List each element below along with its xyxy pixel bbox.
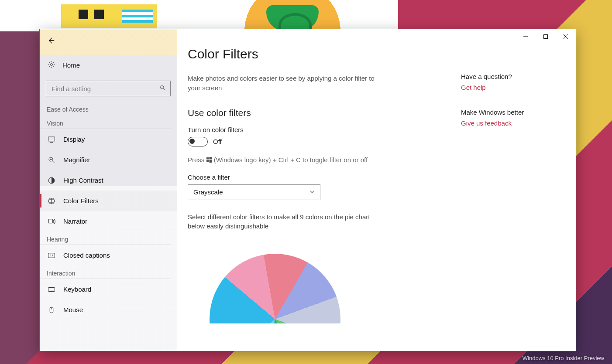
settings-window: Home Ease of Access Vision Display Magni…	[39, 29, 576, 351]
svg-rect-30	[206, 160, 209, 162]
give-feedback-link[interactable]: Give us feedback	[461, 119, 574, 127]
filter-select[interactable]: Grayscale	[188, 184, 320, 200]
svg-rect-29	[209, 157, 212, 160]
gear-icon	[48, 61, 55, 70]
svg-rect-19	[48, 253, 55, 258]
sidebar-item-label: High Contrast	[63, 177, 103, 184]
sidebar-item-keyboard[interactable]: Keyboard	[40, 279, 177, 299]
sidebar-item-closed-captions[interactable]: Closed captions	[40, 245, 177, 265]
pie-help-text: Select different color filters to make a…	[188, 212, 380, 231]
main-content: Color Filters Make photos and colors eas…	[177, 29, 576, 351]
filter-select-label: Choose a filter	[188, 173, 558, 181]
svg-rect-7	[48, 137, 55, 141]
sidebar-item-label: Color Filters	[63, 197, 99, 204]
chevron-down-icon	[309, 188, 315, 196]
sidebar-item-label: Keyboard	[63, 286, 91, 293]
filter-select-value: Grayscale	[193, 188, 223, 196]
windows-logo-icon	[206, 156, 212, 164]
high-contrast-icon	[48, 177, 55, 184]
sidebar-item-label: Mouse	[63, 306, 83, 313]
category-heading: Ease of Access	[40, 96, 177, 116]
search-icon	[159, 85, 166, 92]
search-input-wrapper[interactable]	[46, 81, 171, 96]
settings-sidebar: Home Ease of Access Vision Display Magni…	[40, 29, 177, 351]
back-button[interactable]	[42, 32, 60, 49]
svg-line-6	[163, 88, 165, 90]
svg-rect-18	[48, 219, 52, 223]
color-filters-icon	[48, 197, 55, 205]
group-vision-heading: Vision	[40, 116, 171, 129]
sidebar-item-mouse[interactable]: Mouse	[40, 299, 177, 320]
desktop-watermark: Windows 10 Pro Insider Preview	[523, 355, 604, 361]
keyboard-icon	[48, 286, 55, 293]
sidebar-item-narrator[interactable]: Narrator	[40, 211, 177, 231]
sidebar-item-color-filters[interactable]: Color Filters	[40, 191, 177, 211]
help-aside: Have a question? Get help Make Windows b…	[461, 73, 574, 144]
svg-rect-31	[209, 160, 212, 162]
sidebar-item-high-contrast[interactable]: High Contrast	[40, 170, 177, 191]
sidebar-item-label: Magnifier	[63, 156, 90, 163]
get-help-link[interactable]: Get help	[461, 84, 574, 91]
closed-captions-icon	[48, 252, 55, 259]
search-input[interactable]	[51, 85, 166, 93]
svg-point-4	[51, 63, 53, 65]
sidebar-item-home[interactable]: Home	[40, 55, 177, 75]
sidebar-item-display[interactable]: Display	[40, 129, 177, 150]
magnifier-icon	[48, 156, 55, 164]
narrator-icon	[48, 218, 55, 225]
page-description: Make photos and colors easier to see by …	[188, 74, 380, 93]
sidebar-item-label: Closed captions	[63, 252, 110, 259]
feedback-heading: Make Windows better	[461, 109, 574, 116]
group-hearing-heading: Hearing	[40, 231, 171, 245]
color-sample-pie-chart	[205, 249, 345, 323]
question-heading: Have a question?	[461, 73, 574, 80]
sidebar-item-magnifier[interactable]: Magnifier	[40, 150, 177, 170]
sidebar-item-label: Display	[63, 136, 85, 143]
home-label: Home	[62, 61, 80, 69]
svg-rect-20	[48, 287, 55, 291]
display-icon	[48, 136, 55, 143]
page-title: Color Filters	[188, 47, 558, 61]
svg-rect-28	[206, 157, 209, 159]
color-filters-toggle[interactable]	[188, 137, 208, 146]
toggle-state-text: Off	[213, 138, 222, 145]
background-window-strip	[0, 0, 398, 31]
mouse-icon	[48, 306, 55, 314]
svg-line-10	[52, 161, 55, 163]
group-interaction-heading: Interaction	[40, 265, 171, 279]
desktop-background: Home Ease of Access Vision Display Magni…	[0, 0, 612, 364]
shortcut-hint: Press (Windows logo key) + Ctrl + C to t…	[188, 156, 558, 164]
svg-point-5	[161, 86, 164, 89]
sidebar-item-label: Narrator	[63, 218, 87, 225]
